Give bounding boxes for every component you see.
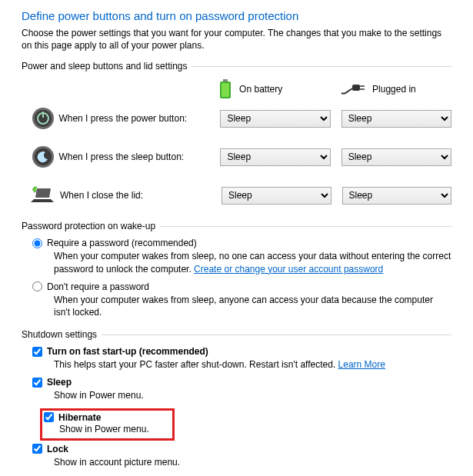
sleep-checkbox[interactable] bbox=[32, 378, 42, 388]
hibernate-label: Hibernate bbox=[58, 412, 101, 423]
require-password-desc: When your computer wakes from sleep, no … bbox=[54, 250, 451, 275]
dont-require-password-label: Don't require a password bbox=[47, 281, 149, 292]
fast-startup-desc: This helps start your PC faster after sh… bbox=[54, 358, 451, 371]
fast-startup-label: Turn on fast start-up (recommended) bbox=[47, 346, 208, 357]
dont-require-password-desc: When your computer wakes from sleep, any… bbox=[54, 294, 451, 318]
group-power-sleep-lid: Power and sleep buttons and lid settings… bbox=[22, 61, 451, 208]
require-password-radio[interactable] bbox=[32, 238, 42, 248]
dont-require-password-radio[interactable] bbox=[32, 281, 42, 291]
plug-icon bbox=[340, 82, 366, 96]
lid-battery-select[interactable]: Sleep bbox=[222, 187, 331, 205]
power-button-icon bbox=[31, 105, 55, 131]
svg-rect-2 bbox=[222, 83, 229, 97]
fast-startup-checkbox[interactable] bbox=[32, 347, 42, 357]
lock-label: Lock bbox=[47, 444, 68, 454]
battery-icon bbox=[218, 79, 233, 99]
learn-more-link[interactable]: Learn More bbox=[338, 359, 385, 370]
row-lid-label: When I close the lid: bbox=[57, 190, 222, 201]
power-button-plugged-select[interactable]: Sleep bbox=[341, 110, 451, 128]
sleep-desc: Show in Power menu. bbox=[54, 389, 451, 401]
col-header-plugged: Plugged in bbox=[340, 82, 451, 96]
lid-icon bbox=[31, 182, 57, 208]
sleep-button-plugged-select[interactable]: Sleep bbox=[341, 148, 451, 166]
svg-rect-3 bbox=[352, 85, 360, 91]
lock-checkbox[interactable] bbox=[32, 444, 42, 454]
hibernate-checkbox[interactable] bbox=[44, 412, 54, 422]
sleep-button-icon bbox=[31, 144, 55, 170]
hibernate-highlight: Hibernate Show in Power menu. bbox=[40, 408, 175, 441]
group-label: Password protection on wake-up bbox=[22, 221, 451, 231]
row-sleep-label: When I press the sleep button: bbox=[55, 151, 220, 162]
sleep-button-battery-select[interactable]: Sleep bbox=[220, 148, 330, 166]
group-label: Power and sleep buttons and lid settings bbox=[22, 61, 451, 72]
col-header-battery: On battery bbox=[218, 79, 329, 99]
power-button-battery-select[interactable]: Sleep bbox=[220, 110, 330, 128]
create-change-password-link[interactable]: Create or change your user account passw… bbox=[194, 264, 383, 275]
lid-plugged-select[interactable]: Sleep bbox=[342, 187, 452, 205]
row-power-label: When I press the power button: bbox=[55, 113, 220, 124]
hibernate-desc: Show in Power menu. bbox=[59, 423, 166, 435]
intro-text: Choose the power settings that you want … bbox=[22, 27, 451, 52]
require-password-label: Require a password (recommended) bbox=[47, 238, 197, 248]
group-password-protection: Password protection on wake-up Require a… bbox=[22, 221, 451, 318]
group-label: Shutdown settings bbox=[22, 329, 451, 340]
sleep-label: Sleep bbox=[47, 377, 72, 388]
svg-rect-0 bbox=[223, 79, 228, 82]
group-shutdown-settings: Shutdown settings Turn on fast start-up … bbox=[22, 329, 451, 468]
page-title: Define power buttons and turn on passwor… bbox=[22, 9, 451, 22]
lock-desc: Show in account picture menu. bbox=[54, 456, 451, 468]
